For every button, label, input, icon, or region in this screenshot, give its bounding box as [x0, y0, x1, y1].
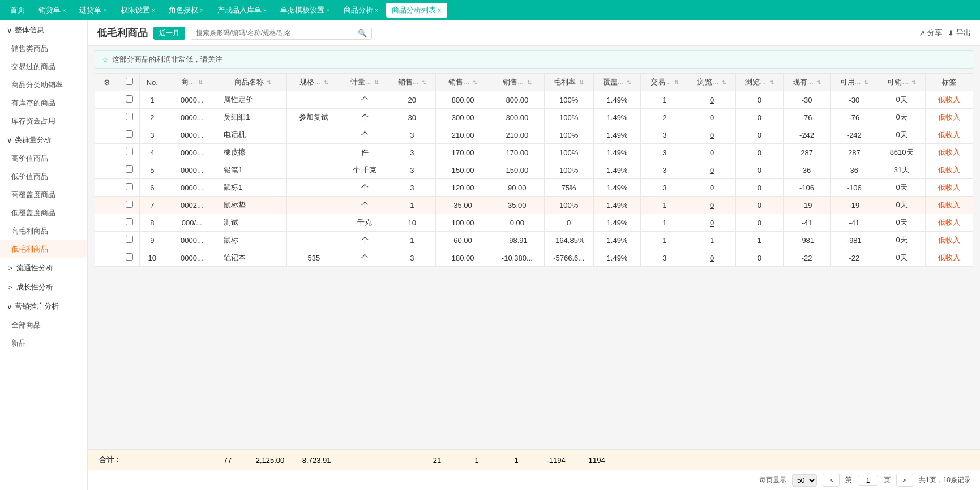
- sidebar-group-marketing[interactable]: ∨ 营销推广分析: [0, 297, 87, 316]
- cell-view1[interactable]: 0: [688, 197, 736, 214]
- view1-link[interactable]: 0: [710, 254, 714, 262]
- cell-view1[interactable]: 0: [688, 161, 736, 179]
- view1-link[interactable]: 0: [710, 166, 714, 174]
- export-button[interactable]: ⬇ 导出: [948, 28, 971, 38]
- per-page-select[interactable]: 50: [792, 474, 817, 487]
- nav-close-icon[interactable]: ×: [62, 7, 66, 14]
- date-filter-button[interactable]: 近一月: [153, 27, 185, 40]
- th-unit[interactable]: 计量... ⇅: [341, 74, 388, 91]
- nav-product-entry[interactable]: 产成品入库单×: [212, 3, 272, 18]
- th-trade[interactable]: 交易... ⇅: [641, 74, 688, 91]
- cell-check[interactable]: [119, 91, 140, 109]
- sidebar-item-new-products[interactable]: 新品: [0, 334, 87, 352]
- cell-view1[interactable]: 0: [688, 126, 736, 144]
- th-check[interactable]: [119, 74, 140, 91]
- nav-home[interactable]: 首页: [5, 3, 31, 18]
- cell-check[interactable]: [119, 232, 140, 249]
- th-cover[interactable]: 覆盖... ⇅: [593, 74, 641, 91]
- cell-view1[interactable]: 0: [688, 249, 736, 267]
- cell-view1[interactable]: 0: [688, 144, 736, 161]
- view1-link[interactable]: 0: [710, 96, 714, 104]
- nav-close-icon[interactable]: ×: [375, 7, 378, 14]
- sidebar-item-category-rate[interactable]: 商品分类助销率: [0, 76, 87, 94]
- row-checkbox[interactable]: [126, 253, 133, 261]
- view1-link[interactable]: 0: [710, 184, 714, 192]
- view1-link[interactable]: 1: [710, 236, 714, 245]
- row-checkbox[interactable]: [126, 236, 133, 243]
- cell-view1[interactable]: 0: [688, 214, 736, 232]
- nav-permission-settings[interactable]: 权限设置×: [115, 3, 161, 18]
- th-sales-qty[interactable]: 销售... ⇅: [388, 74, 436, 91]
- nav-sales-order[interactable]: 销货单×: [33, 3, 71, 18]
- cell-check[interactable]: [119, 179, 140, 197]
- cell-check[interactable]: [119, 144, 140, 161]
- row-checkbox[interactable]: [126, 218, 133, 225]
- sidebar-group-overall[interactable]: ∨ 整体信息: [0, 20, 87, 40]
- sidebar-item-all-products[interactable]: 全部商品: [0, 316, 87, 334]
- cell-view1[interactable]: 0: [688, 179, 736, 197]
- th-view2[interactable]: 浏览... ⇅: [735, 74, 783, 91]
- cell-check[interactable]: [119, 161, 140, 179]
- sidebar-group-circulation[interactable]: ＞ 流通性分析: [0, 258, 87, 278]
- row-checkbox[interactable]: [126, 183, 133, 190]
- th-current[interactable]: 现有... ⇅: [783, 74, 831, 91]
- cell-view1[interactable]: 0: [688, 91, 736, 109]
- sidebar-item-high-coverage[interactable]: 高覆盖度商品: [0, 186, 87, 204]
- share-button[interactable]: ↗ 分享: [919, 28, 942, 38]
- view1-link[interactable]: 0: [710, 219, 714, 227]
- nav-purchase-order[interactable]: 进货单×: [74, 3, 112, 18]
- row-checkbox[interactable]: [126, 201, 133, 208]
- nav-close-icon[interactable]: ×: [152, 7, 155, 14]
- row-checkbox[interactable]: [126, 165, 133, 173]
- th-sellable[interactable]: 可销... ⇅: [878, 74, 926, 91]
- search-icon[interactable]: 🔍: [358, 29, 367, 37]
- sidebar-item-low-value[interactable]: 低价值商品: [0, 168, 87, 186]
- prev-page-button[interactable]: ＜: [823, 474, 840, 487]
- th-settings[interactable]: ⚙: [95, 74, 119, 91]
- nav-close-icon[interactable]: ×: [438, 7, 441, 14]
- th-available[interactable]: 可用... ⇅: [831, 74, 878, 91]
- cell-check[interactable]: [119, 109, 140, 126]
- sidebar-group-cluster[interactable]: ∨ 类群量分析: [0, 130, 87, 150]
- view1-link[interactable]: 0: [710, 201, 714, 210]
- nav-template-settings[interactable]: 单据模板设置×: [275, 3, 335, 18]
- view1-link[interactable]: 0: [710, 113, 714, 122]
- th-sales-amt[interactable]: 销售... ⇅: [436, 74, 490, 91]
- nav-role-auth[interactable]: 角色授权×: [163, 3, 209, 18]
- table-container[interactable]: ⚙ No. 商... ⇅ 商品名称 ⇅ 规格... ⇅ 计量... ⇅ 销售..…: [88, 73, 980, 449]
- sidebar-item-in-stock-products[interactable]: 有库存的商品: [0, 94, 87, 112]
- row-checkbox[interactable]: [126, 148, 133, 155]
- nav-close-icon[interactable]: ×: [263, 7, 267, 14]
- th-gross-rate[interactable]: 毛利率 ⇅: [544, 74, 593, 91]
- th-spec[interactable]: 规格... ⇅: [286, 74, 341, 91]
- cell-check[interactable]: [119, 249, 140, 267]
- next-page-button[interactable]: ＞: [896, 474, 913, 487]
- search-input[interactable]: [196, 29, 354, 37]
- select-all-checkbox[interactable]: [126, 78, 133, 85]
- view1-link[interactable]: 0: [710, 131, 714, 139]
- cell-check[interactable]: [119, 197, 140, 214]
- th-name[interactable]: 商品名称 ⇅: [219, 74, 287, 91]
- view1-link[interactable]: 0: [710, 148, 714, 157]
- row-checkbox[interactable]: [126, 95, 133, 103]
- nav-close-icon[interactable]: ×: [326, 7, 329, 14]
- th-view1[interactable]: 浏览... ⇅: [688, 74, 736, 91]
- cell-check[interactable]: [119, 126, 140, 144]
- sidebar-item-low-coverage[interactable]: 低覆盖度商品: [0, 204, 87, 222]
- cell-view1[interactable]: 1: [688, 232, 736, 249]
- sidebar-item-inventory-capital[interactable]: 库存资金占用: [0, 112, 87, 130]
- cell-check[interactable]: [119, 214, 140, 232]
- row-checkbox[interactable]: [126, 113, 133, 120]
- nav-product-analysis[interactable]: 商品分析×: [338, 3, 384, 18]
- cell-view1[interactable]: 0: [688, 109, 736, 126]
- sidebar-item-low-margin[interactable]: 低毛利商品: [0, 240, 87, 258]
- th-sales-profit[interactable]: 销售... ⇅: [490, 74, 544, 91]
- sidebar-item-high-margin[interactable]: 高毛利商品: [0, 222, 87, 240]
- row-checkbox[interactable]: [126, 130, 133, 138]
- nav-close-icon[interactable]: ×: [103, 7, 106, 14]
- nav-product-analysis-list[interactable]: 商品分析列表×: [386, 3, 447, 18]
- sidebar-item-traded-products[interactable]: 交易过的商品: [0, 58, 87, 76]
- nav-close-icon[interactable]: ×: [200, 7, 203, 14]
- page-number-input[interactable]: [858, 475, 878, 486]
- sidebar-item-high-value[interactable]: 高价值商品: [0, 150, 87, 168]
